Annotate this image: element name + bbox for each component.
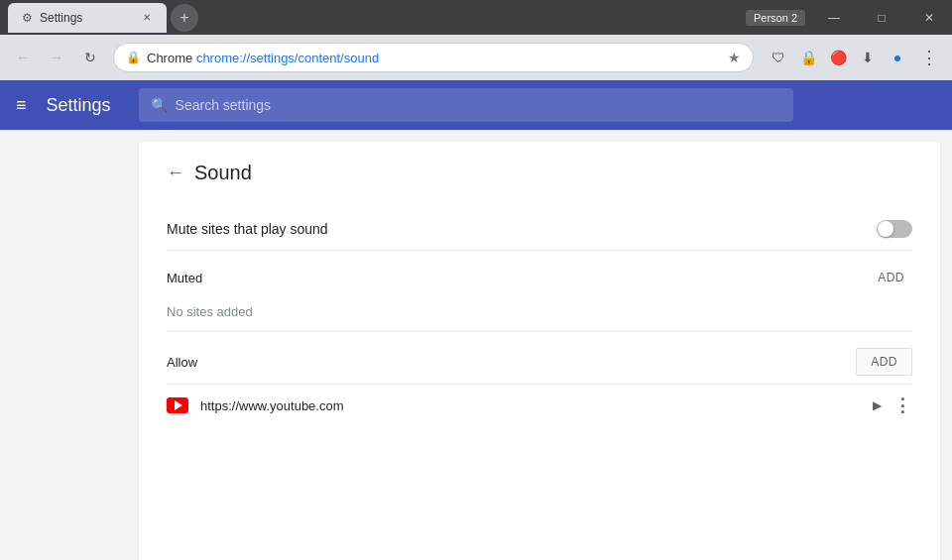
settings-page-title: Settings [47,95,111,116]
main-area: ← Sound Mute sites that play sound Muted… [0,130,952,560]
mute-sites-label: Mute sites that play sound [167,221,328,237]
toggle-knob [878,221,893,237]
content-area: ← Sound Mute sites that play sound Muted… [139,142,940,560]
tab-strip: ⚙ Settings ✕ + [8,3,198,33]
toolbar: ← → ↻ 🔒 Chrome chrome://settings/content… [0,35,952,80]
active-tab[interactable]: ⚙ Settings ✕ [8,3,167,33]
reload-button[interactable]: ↻ [75,43,105,72]
chevron-right-icon: ▶ [873,398,882,412]
close-window-button[interactable]: ✕ [906,0,952,35]
settings-tab-icon: ⚙ [20,11,34,25]
youtube-icon [167,394,188,416]
address-url: chrome://settings/content/sound [196,51,379,65]
mute-sites-row: Mute sites that play sound [167,208,912,251]
minimize-button[interactable]: — [811,0,857,35]
sound-page-title: Sound [194,162,252,184]
title-bar: ⚙ Settings ✕ + Person 2 — □ ✕ [0,0,952,35]
ext-icon-3[interactable]: 🔴 [825,45,851,70]
sound-page-header: ← Sound [167,162,912,184]
tab-title: Settings [40,11,82,25]
site-row-youtube: https://www.youtube.com ▶ ⋮ [167,384,912,426]
tab-close-button[interactable]: ✕ [139,10,155,26]
youtube-play-icon [175,400,182,410]
menu-hamburger-icon[interactable]: ≡ [16,95,27,116]
window-controls: Person 2 — □ ✕ [746,0,952,35]
extensions-area: 🛡 🔒 🔴 ⬇ ● [766,45,910,70]
forward-button[interactable]: → [42,43,71,72]
address-text: Chrome chrome://settings/content/sound [147,51,722,65]
site-options-button[interactable]: ⋮ [893,394,912,416]
muted-add-button[interactable]: ADD [870,267,912,288]
site-url-text: https://www.youtube.com [200,398,861,413]
search-settings-input[interactable]: Search settings [176,97,272,113]
new-tab-button[interactable]: + [171,4,198,32]
muted-section-title: Muted [167,271,202,285]
settings-search-bar[interactable]: 🔍 Search settings [139,88,793,122]
maximize-button[interactable]: □ [859,0,904,35]
ext-icon-2[interactable]: 🔒 [795,45,821,70]
back-button[interactable]: ← [8,43,38,72]
bookmark-star-icon[interactable]: ★ [728,50,741,65]
ext-icon-4[interactable]: ⬇ [855,45,881,70]
allow-section-header: Allow ADD [167,331,912,384]
settings-header: ≡ Settings 🔍 Search settings [0,80,952,130]
no-muted-sites-text: No sites added [167,296,912,331]
chrome-menu-button[interactable]: ⋮ [914,43,944,72]
sidebar [0,130,139,560]
mute-sites-toggle[interactable] [877,220,912,238]
person-badge: Person 2 [746,10,805,26]
ext-icon-1[interactable]: 🛡 [766,45,791,70]
muted-section-header: Muted ADD [167,251,912,296]
back-arrow-button[interactable]: ← [167,163,184,183]
address-icon: 🔒 [126,51,141,64]
search-icon: 🔍 [151,97,168,113]
youtube-logo [167,397,188,413]
ext-icon-5[interactable]: ● [885,45,910,70]
allow-add-button[interactable]: ADD [856,348,912,376]
address-bar[interactable]: 🔒 Chrome chrome://settings/content/sound… [113,43,754,72]
allow-section-title: Allow [167,355,197,370]
